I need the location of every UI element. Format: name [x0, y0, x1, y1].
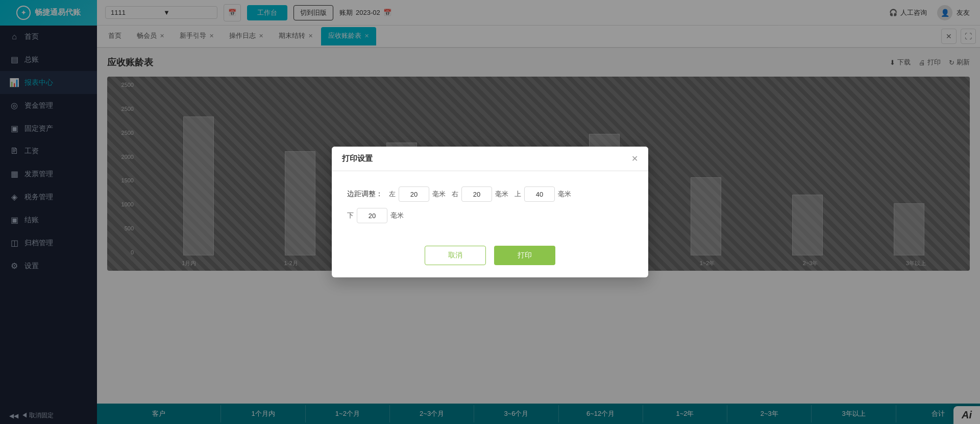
bottom-unit: 毫米	[390, 211, 404, 220]
left-margin-input[interactable]	[399, 186, 429, 202]
modal-body: 边距调整： 左 毫米 右 毫米 上 毫米 下	[332, 171, 648, 246]
top-margin-input[interactable]	[524, 186, 555, 202]
margin-label: 边距调整：	[347, 190, 383, 199]
modal-header: 打印设置 ✕	[332, 147, 648, 171]
right-label: 右	[452, 190, 458, 199]
left-unit: 毫米	[432, 190, 446, 199]
bottom-label: 下	[347, 211, 354, 220]
modal-close-button[interactable]: ✕	[631, 155, 638, 163]
top-margin-group: 上 毫米	[514, 186, 571, 202]
top-unit: 毫米	[558, 190, 571, 199]
bottom-margin-group: 下 毫米	[347, 208, 404, 223]
print-confirm-button[interactable]: 打印	[494, 246, 555, 265]
modal-overlay: 打印设置 ✕ 边距调整： 左 毫米 右 毫米 上 毫米	[0, 0, 980, 424]
left-margin-group: 左 毫米	[389, 186, 446, 202]
right-margin-input[interactable]	[461, 186, 492, 202]
bottom-margin-input[interactable]	[357, 208, 387, 223]
margin-row: 边距调整： 左 毫米 右 毫米 上 毫米 下	[347, 186, 633, 223]
right-margin-group: 右 毫米	[452, 186, 508, 202]
right-unit: 毫米	[495, 190, 508, 199]
left-label: 左	[389, 190, 396, 199]
modal-footer: 取消 打印	[332, 246, 648, 277]
cancel-button[interactable]: 取消	[425, 246, 486, 265]
top-label: 上	[514, 190, 521, 199]
print-settings-modal: 打印设置 ✕ 边距调整： 左 毫米 右 毫米 上 毫米	[332, 147, 648, 277]
modal-title: 打印设置	[342, 154, 373, 163]
